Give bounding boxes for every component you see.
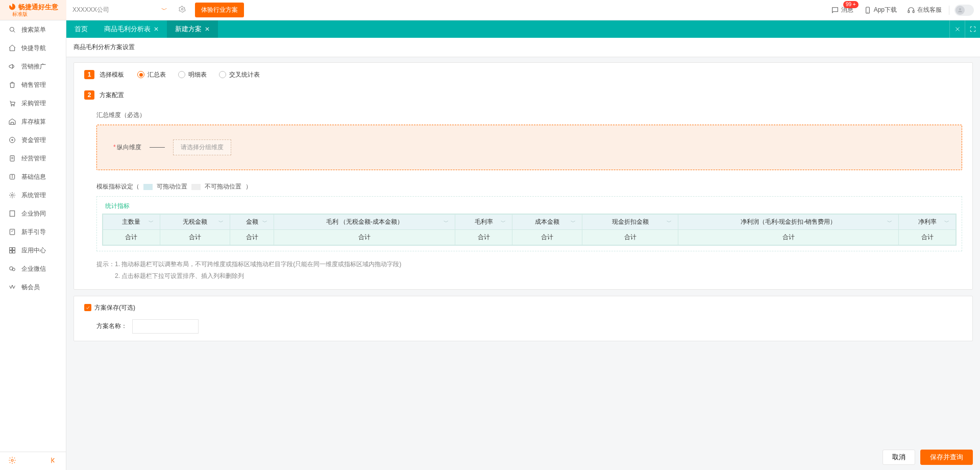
svg-rect-3 [908, 10, 910, 12]
online-service-label: 在线客服 [917, 6, 942, 14]
online-service-button[interactable]: 在线客服 [902, 0, 947, 20]
chevron-down-icon: ﹀ [161, 6, 167, 14]
try-solution-button[interactable]: 体验行业方案 [195, 3, 244, 17]
messages-badge: 99 + [843, 1, 859, 8]
brand-icon [8, 3, 16, 11]
user-avatar[interactable] [954, 5, 974, 16]
app-download-label: App下载 [874, 6, 897, 14]
headset-icon [907, 6, 915, 14]
user-icon [955, 6, 965, 15]
messages-button[interactable]: 消息 99 + [826, 0, 859, 20]
company-name: XXXXXX公司 [72, 6, 109, 14]
brand-edition: 标准版 [12, 11, 28, 18]
chat-icon [831, 6, 839, 14]
phone-icon [864, 6, 872, 14]
svg-rect-4 [913, 10, 914, 12]
svg-point-0 [181, 8, 183, 10]
app-header: 畅捷通好生意 标准版 XXXXXX公司 ﹀ 体验行业方案 消息 99 + App… [0, 0, 980, 20]
company-selector[interactable]: XXXXXX公司 ﹀ [66, 0, 174, 20]
divider [949, 6, 949, 15]
gear-icon [179, 6, 186, 13]
company-settings-button[interactable] [174, 6, 191, 14]
svg-point-5 [959, 8, 961, 10]
brand-logo: 畅捷通好生意 标准版 [0, 0, 66, 20]
app-download-button[interactable]: App下载 [859, 0, 902, 20]
